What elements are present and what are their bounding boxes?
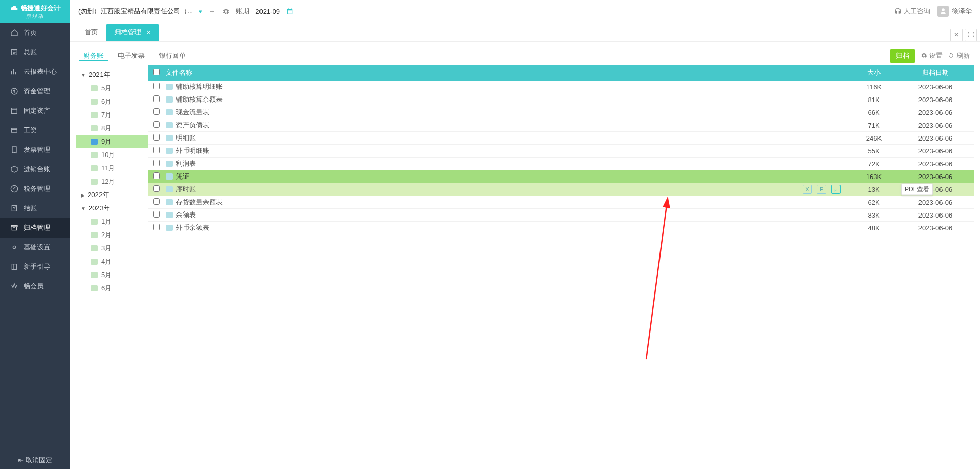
tree-month[interactable]: 10月 (76, 148, 148, 162)
close-icon[interactable]: ✕ (146, 29, 151, 35)
logo-subtitle: 旗舰版 (26, 13, 45, 20)
header-date: 归档日期 (902, 68, 969, 77)
tree-month[interactable]: 7月 (76, 108, 148, 122)
file-icon (166, 212, 173, 218)
download-excel-icon[interactable]: X (803, 185, 812, 194)
row-checkbox[interactable] (153, 134, 160, 141)
topbar: (勿删）江西服宝精品有限责任公司（... ▾ ＋ 账期 2021-09 人工咨询 (70, 0, 980, 23)
row-checkbox[interactable] (153, 160, 160, 166)
tree-month[interactable]: 9月 (76, 135, 148, 148)
subtab-finance[interactable]: 财务账 (76, 51, 111, 61)
tree-month[interactable]: 5月 (76, 268, 148, 282)
table-row[interactable]: 明细账246K2023-06-06 (148, 132, 974, 145)
sidebar-item-10[interactable]: 归档管理 (0, 218, 70, 238)
row-checkbox[interactable] (153, 121, 160, 128)
sidebar-item-label: 首页 (24, 28, 37, 37)
row-checkbox[interactable] (153, 108, 160, 115)
sidebar-item-13[interactable]: 畅会员 (0, 277, 70, 296)
tree-month[interactable]: 6月 (76, 95, 148, 108)
row-checkbox[interactable] (153, 95, 160, 102)
sidebar-item-9[interactable]: 结账 (0, 199, 70, 218)
tree-month[interactable]: 5月 (76, 82, 148, 95)
calendar-icon[interactable] (286, 8, 293, 15)
table-row[interactable]: 现金流量表66K2023-06-06 (148, 106, 974, 119)
row-checkbox[interactable] (153, 83, 160, 89)
row-checkbox[interactable] (153, 172, 160, 179)
tab-home[interactable]: 首页 (76, 24, 106, 41)
sidebar-item-11[interactable]: 基础设置 (0, 238, 70, 257)
tree-year[interactable]: ▶2022年 (76, 188, 148, 202)
tree-month[interactable]: 8月 (76, 122, 148, 135)
tree-year[interactable]: ▼2021年 (76, 68, 148, 82)
period-label: 账期 (236, 7, 249, 16)
sidebar-item-2[interactable]: 云报表中心 (0, 62, 70, 82)
unpin-sidebar[interactable]: ⇤ 取消固定 (0, 451, 70, 469)
archive-date: 2023-06-06 (902, 109, 969, 116)
select-all-checkbox[interactable] (153, 69, 160, 75)
sidebar-item-6[interactable]: 发票管理 (0, 140, 70, 160)
header-name: 文件名称 (166, 68, 846, 77)
row-checkbox[interactable] (153, 198, 160, 205)
table-row[interactable]: 余额表83K2023-06-06 (148, 209, 974, 222)
tree-month[interactable]: 12月 (76, 175, 148, 188)
tree-month[interactable]: 11月 (76, 162, 148, 175)
sidebar-item-8[interactable]: 税务管理 (0, 179, 70, 199)
tab-archive[interactable]: 归档管理 ✕ (106, 24, 159, 41)
subtab-einvoice[interactable]: 电子发票 (111, 51, 152, 61)
sidebar-item-12[interactable]: 新手引导 (0, 257, 70, 277)
table-row[interactable]: 凭证163K2023-06-06 (148, 170, 974, 183)
sidebar-item-0[interactable]: 首页 (0, 23, 70, 43)
file-icon (166, 161, 173, 167)
sidebar-item-label: 云报表中心 (24, 67, 57, 76)
tree-month[interactable]: 3月 (76, 242, 148, 255)
fullscreen-icon[interactable]: ⛶ (965, 29, 977, 41)
table-row[interactable]: 资产负债表71K2023-06-06 (148, 119, 974, 132)
folder-icon (91, 179, 98, 185)
sidebar-item-5[interactable]: 工资 (0, 121, 70, 140)
tree-month[interactable]: 1月 (76, 215, 148, 228)
table-row[interactable]: 辅助核算余额表81K2023-06-06 (148, 93, 974, 106)
pdf-preview-icon[interactable]: ⌕ (831, 185, 841, 194)
caret-icon: ▼ (81, 72, 86, 78)
tree-year[interactable]: ▼2023年 (76, 202, 148, 215)
add-icon[interactable]: ＋ (208, 7, 216, 16)
invoice-icon (10, 146, 18, 154)
tree-month[interactable]: 2月 (76, 228, 148, 242)
file-name: 凭证 (176, 172, 189, 181)
row-checkbox[interactable] (153, 185, 160, 192)
table-row[interactable]: 辅助核算明细账116K2023-06-06 (148, 81, 974, 93)
chevron-down-icon[interactable]: ▾ (199, 8, 202, 15)
subtab-bank[interactable]: 银行回单 (152, 51, 193, 61)
gear-icon[interactable] (222, 8, 230, 15)
archive-button[interactable]: 归档 (890, 49, 915, 63)
sidebar-item-4[interactable]: 固定资产 (0, 101, 70, 121)
payroll-icon (10, 126, 18, 134)
row-checkbox[interactable] (153, 211, 160, 218)
download-pdf-icon[interactable]: P (817, 185, 826, 194)
tree-month[interactable]: 4月 (76, 255, 148, 268)
archive-date: 2023-06-06 (902, 122, 969, 129)
table-row[interactable]: 利润表72K2023-06-06 (148, 158, 974, 170)
tab-close-all[interactable]: ✕ (950, 29, 963, 41)
sidebar-item-3[interactable]: 资金管理 (0, 82, 70, 101)
sidebar-item-1[interactable]: 总账 (0, 43, 70, 62)
settings-button[interactable]: 设置 (921, 51, 943, 61)
folder-icon (91, 245, 98, 251)
period-value[interactable]: 2021-09 (255, 8, 280, 15)
tree-month[interactable]: 6月 (76, 282, 148, 295)
consult-button[interactable]: 人工咨询 (894, 7, 930, 16)
vip-icon (10, 282, 18, 290)
company-name[interactable]: (勿删）江西服宝精品有限责任公司（... (78, 7, 193, 16)
logo[interactable]: 畅捷通好会计 旗舰版 (0, 0, 70, 23)
refresh-button[interactable]: 刷新 (948, 51, 970, 61)
table-row[interactable]: 序时账XP⌕PDF查看13K2023-06-06 (148, 183, 974, 196)
table-row[interactable]: 外币余额表48K2023-06-06 (148, 222, 974, 234)
sidebar-item-7[interactable]: 进销台账 (0, 160, 70, 179)
table-row[interactable]: 存货数量余额表62K2023-06-06 (148, 196, 974, 209)
file-size: 83K (846, 211, 902, 219)
table-row[interactable]: 外币明细账55K2023-06-06 (148, 145, 974, 158)
gear-icon (921, 52, 927, 59)
user-menu[interactable]: 徐泽华 (937, 6, 972, 17)
row-checkbox[interactable] (153, 224, 160, 230)
row-checkbox[interactable] (153, 147, 160, 153)
